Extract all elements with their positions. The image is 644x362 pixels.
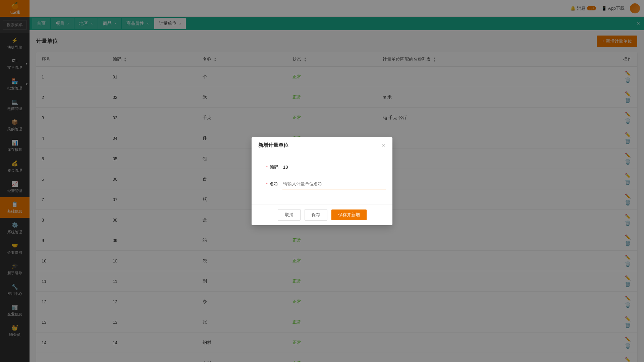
form-row-code: * 编码 (258, 162, 386, 172)
modal-header: 新增计量单位 × (252, 137, 392, 154)
modal-close-button[interactable]: × (381, 142, 386, 149)
modal-title: 新增计量单位 (258, 142, 288, 148)
save-button[interactable]: 保存 (305, 209, 327, 221)
required-mark: * (266, 181, 268, 186)
code-input[interactable] (282, 162, 386, 172)
form-row-name: * 名称 (258, 179, 386, 189)
name-label: * 名称 (258, 181, 278, 187)
modal-overlay: 新增计量单位 × * 编码 * 名称 取消 保存 保存并新增 (0, 0, 644, 362)
modal-footer: 取消 保存 保存并新增 (252, 204, 392, 225)
add-unit-modal: 新增计量单位 × * 编码 * 名称 取消 保存 保存并新增 (252, 137, 392, 225)
modal-body: * 编码 * 名称 (252, 154, 392, 204)
save-and-new-button[interactable]: 保存并新增 (331, 209, 367, 220)
name-input[interactable] (282, 179, 386, 189)
code-label: * 编码 (258, 164, 278, 170)
required-mark: * (266, 165, 268, 170)
cancel-button[interactable]: 取消 (278, 209, 301, 221)
